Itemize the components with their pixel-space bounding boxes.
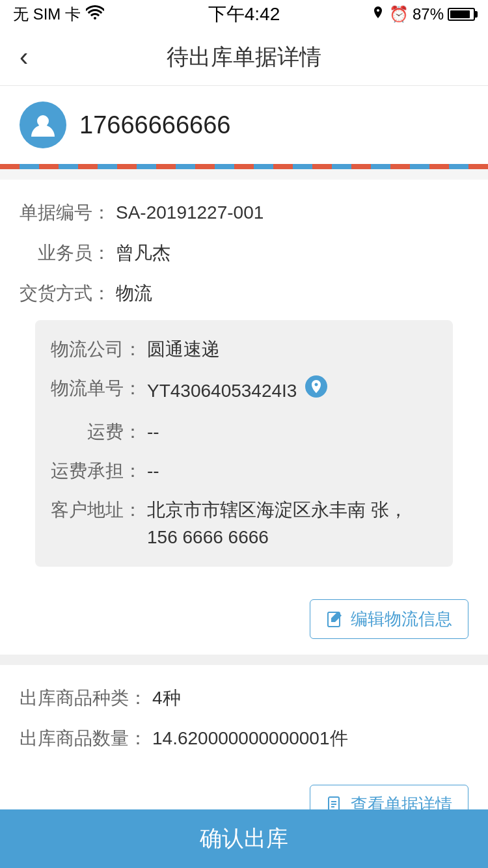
product-section: 出库商品种类： 4种 出库商品数量： 14.620000000000001件 (0, 665, 488, 772)
avatar (20, 102, 66, 148)
edit-icon (326, 610, 344, 629)
address-label: 客户地址： (51, 496, 142, 524)
logistics-company-label: 物流公司： (51, 336, 142, 363)
order-no-label: 单据编号： (20, 199, 111, 226)
dashed-divider (0, 164, 488, 169)
freight-row: 运费： -- (51, 418, 437, 446)
delivery-label: 交货方式： (20, 280, 111, 307)
freight-label: 运费： (51, 418, 142, 446)
status-right: ⏰ 87% (371, 5, 475, 23)
edit-logistics-button[interactable]: 编辑物流信息 (310, 599, 468, 639)
salesperson-row: 业务员： 曾凡杰 (20, 239, 468, 267)
order-info-section: 单据编号： SA-20191227-001 业务员： 曾凡杰 交货方式： 物流 … (0, 180, 488, 586)
salesperson-label: 业务员： (20, 239, 111, 267)
status-bar: 无 SIM 卡 下午4:42 ⏰ 87% (0, 0, 488, 29)
back-button[interactable]: ‹ (20, 36, 34, 78)
address-value: 北京市市辖区海淀区永丰南 张，156 6666 6666 (147, 496, 437, 551)
alarm-icon: ⏰ (389, 5, 409, 23)
section-divider (0, 655, 488, 665)
tracking-location-icon[interactable] (305, 375, 328, 407)
product-type-label: 出库商品种类： (20, 685, 147, 712)
product-quantity-row: 出库商品数量： 14.620000000000001件 (20, 725, 468, 752)
tracking-row: 物流单号： YT43064053424I3 (51, 375, 437, 407)
confirm-button[interactable]: 确认出库 (0, 809, 488, 868)
order-no-row: 单据编号： SA-20191227-001 (20, 199, 468, 226)
freight-bear-row: 运费承担： -- (51, 457, 437, 485)
battery-icon (448, 8, 475, 21)
tracking-label: 物流单号： (51, 375, 142, 402)
logistics-section: 物流公司： 圆通速递 物流单号： YT43064053424I3 (35, 320, 453, 567)
freight-bear-label: 运费承担： (51, 457, 142, 485)
wifi-icon (86, 5, 104, 23)
logistics-company-row: 物流公司： 圆通速递 (51, 336, 437, 363)
delivery-row: 交货方式： 物流 (20, 280, 468, 307)
nav-bar: ‹ 待出库单据详情 (0, 29, 488, 86)
status-time: 下午4:42 (208, 2, 280, 27)
order-no-value: SA-20191227-001 (116, 199, 468, 226)
delivery-value: 物流 (116, 280, 468, 307)
freight-value: -- (147, 418, 437, 446)
salesperson-value: 曾凡杰 (116, 239, 468, 267)
product-quantity-value: 14.620000000000001件 (152, 725, 468, 752)
carrier-text: 无 SIM 卡 (13, 4, 81, 25)
location-status-icon (371, 5, 385, 23)
page-title: 待出库单据详情 (167, 42, 321, 72)
edit-button-row: 编辑物流信息 (0, 586, 488, 655)
status-left: 无 SIM 卡 (13, 4, 104, 25)
product-type-value: 4种 (152, 685, 468, 712)
customer-header: 17666666666 (0, 86, 488, 164)
product-type-row: 出库商品种类： 4种 (20, 685, 468, 712)
freight-bear-value: -- (147, 457, 437, 485)
tracking-value: YT43064053424I3 (147, 375, 437, 407)
address-row: 客户地址： 北京市市辖区海淀区永丰南 张，156 6666 6666 (51, 496, 437, 551)
customer-phone: 17666666666 (79, 111, 230, 139)
battery-text: 87% (413, 5, 444, 23)
product-quantity-label: 出库商品数量： (20, 725, 147, 752)
logistics-company-value: 圆通速递 (147, 336, 437, 363)
